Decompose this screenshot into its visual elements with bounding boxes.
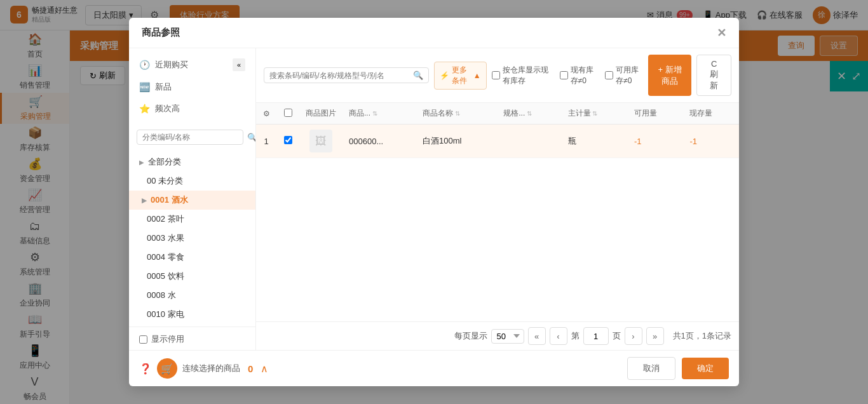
table-header-row: ⚙ 商品图片 商品... 商品名称 规格... 主计量 可用量 <box>256 103 739 125</box>
recent-buy-item[interactable]: 🕐 近期购买 « <box>129 53 255 76</box>
filter-button[interactable]: ⚡ 更多条件 ▲ <box>434 62 487 90</box>
prev-page-button[interactable]: ‹ <box>550 327 567 345</box>
pagination: 每页显示 50 100 200 « ‹ 第 页 › » 共1页，1条记录 <box>256 321 739 350</box>
page-info: 共1页，1条记录 <box>673 330 731 342</box>
category-appliance[interactable]: 0010 家电 <box>129 305 255 324</box>
cancel-button[interactable]: 取消 <box>627 357 675 380</box>
category-search-input[interactable] <box>137 130 243 145</box>
category-fruit-label: 0003 水果 <box>147 232 184 244</box>
star-icon: ⭐ <box>139 104 150 114</box>
col-settings: ⚙ <box>256 103 276 125</box>
current-stock-filter-label[interactable]: 现有库存≠0 <box>560 65 598 86</box>
product-image: 🖼 <box>309 130 332 152</box>
page-number-input[interactable] <box>583 327 609 345</box>
product-unit-cell: 瓶 <box>562 125 628 158</box>
cart-label: 连续选择的商品 <box>182 363 240 374</box>
available-stock-filter-label[interactable]: 可用库存≠0 <box>605 65 643 86</box>
new-icon: 🆕 <box>139 82 150 92</box>
column-settings-icon[interactable]: ⚙ <box>263 109 270 118</box>
category-tree: ▶ 全部分类 00 未分类 ▶ 0001 酒水 0002 茶叶 0003 水果 <box>129 150 255 327</box>
high-freq-item[interactable]: ⭐ 频次高 <box>129 98 255 119</box>
modal-footer: ❓ 🛒 连续选择的商品 0 ∧ 取消 确定 <box>129 350 739 386</box>
search-bar: 🔍 ⚡ 更多条件 ▲ 按仓库显示现有库存 现 <box>256 48 739 103</box>
add-product-button[interactable]: + 新增商品 <box>648 55 691 96</box>
search-icon[interactable]: 🔍 <box>413 71 423 80</box>
cart-area: ❓ 🛒 连续选择的商品 0 ∧ <box>139 358 621 379</box>
col-unit[interactable]: 主计量 <box>562 103 628 125</box>
category-tea[interactable]: 0002 茶叶 <box>129 210 255 229</box>
page-size-label: 每页显示 <box>454 330 487 342</box>
col-stock: 现存量 <box>683 103 739 125</box>
last-page-button[interactable]: » <box>646 327 664 345</box>
product-spec-cell <box>497 125 561 158</box>
cart-count: 0 <box>248 363 253 374</box>
modal-overlay: 商品参照 ✕ 🕐 近期购买 « 🆕 新品 ⭐ 频次高 <box>0 0 868 404</box>
filter-chevron-icon: ▲ <box>473 71 481 80</box>
recent-buy-label: 近期购买 <box>155 59 188 71</box>
category-search: 🔍 <box>129 125 255 150</box>
category-liquor[interactable]: ▶ 0001 酒水 <box>129 191 255 210</box>
arrow-right-icon: ▶ <box>139 159 144 166</box>
filter-icon: ⚡ <box>440 71 449 80</box>
row-checkbox[interactable] <box>284 136 292 144</box>
product-code-cell: 000600... <box>342 125 416 158</box>
arrow-right-active-icon: ▶ <box>142 197 147 204</box>
col-code[interactable]: 商品... <box>342 103 416 125</box>
table-row[interactable]: 1 🖼 000600... 白酒100ml <box>256 125 739 158</box>
category-fruit[interactable]: 0003 水果 <box>129 229 255 248</box>
warehouse-filter-checkbox[interactable] <box>492 71 500 79</box>
page-label: 第 <box>571 330 580 342</box>
page-size-wrap: 每页显示 50 100 200 <box>454 329 524 344</box>
row-index: 1 <box>256 125 276 158</box>
category-appliance-label: 0010 家电 <box>147 309 184 320</box>
product-search-input[interactable] <box>269 71 409 80</box>
page-unit: 页 <box>613 330 621 342</box>
col-image: 商品图片 <box>299 103 342 125</box>
refresh-modal-button[interactable]: C 刷新 <box>696 55 731 96</box>
category-water[interactable]: 0008 水 <box>129 286 255 305</box>
select-all-checkbox[interactable] <box>284 109 292 117</box>
search-input-wrap: 🔍 <box>264 67 429 83</box>
toolbar-right: + 新增商品 C 刷新 <box>648 55 731 96</box>
modal-title: 商品参照 <box>142 27 180 39</box>
category-all-label: 全部分类 <box>148 156 181 168</box>
image-icon: 🖼 <box>315 135 327 148</box>
category-search-icon[interactable]: 🔍 <box>247 133 256 142</box>
category-drink[interactable]: 0005 饮料 <box>129 267 255 286</box>
product-image-cell: 🖼 <box>299 125 342 158</box>
row-checkbox-cell <box>276 125 299 158</box>
clock-icon: 🕐 <box>139 60 150 70</box>
col-name[interactable]: 商品名称 <box>416 103 497 125</box>
modal-header: 商品参照 ✕ <box>129 18 739 48</box>
product-available-cell: -1 <box>628 125 684 158</box>
modal-right-panel: 🔍 ⚡ 更多条件 ▲ 按仓库显示现有库存 现 <box>256 48 739 350</box>
product-table-wrap: ⚙ 商品图片 商品... 商品名称 规格... 主计量 可用量 <box>256 103 739 321</box>
category-uncategorized[interactable]: 00 未分类 <box>129 172 255 191</box>
category-water-label: 0008 水 <box>147 290 176 301</box>
show-disabled-checkbox[interactable] <box>139 335 147 344</box>
category-snack-label: 0004 零食 <box>147 252 184 263</box>
help-icon[interactable]: ❓ <box>139 363 152 375</box>
warehouse-filter-label[interactable]: 按仓库显示现有库存 <box>492 65 552 86</box>
show-disabled-label[interactable]: 显示停用 <box>151 333 184 345</box>
col-spec[interactable]: 规格... <box>497 103 561 125</box>
category-drink-label: 0005 饮料 <box>147 271 184 282</box>
collapse-cart-icon[interactable]: ∧ <box>261 363 268 375</box>
available-stock-filter-checkbox[interactable] <box>605 71 613 79</box>
cart-icon: 🛒 <box>157 358 177 379</box>
new-product-label: 新品 <box>155 81 172 93</box>
new-product-item[interactable]: 🆕 新品 <box>129 76 255 98</box>
product-table: ⚙ 商品图片 商品... 商品名称 规格... 主计量 可用量 <box>256 103 739 158</box>
confirm-button[interactable]: 确定 <box>682 358 729 379</box>
product-stock-cell: -1 <box>683 125 739 158</box>
col-available: 可用量 <box>628 103 684 125</box>
current-stock-filter-checkbox[interactable] <box>560 71 568 79</box>
category-snack[interactable]: 0004 零食 <box>129 248 255 267</box>
category-liquor-label: 0001 酒水 <box>151 194 188 206</box>
page-size-select[interactable]: 50 100 200 <box>491 329 524 344</box>
collapse-left-button[interactable]: « <box>233 58 245 71</box>
next-page-button[interactable]: › <box>625 327 642 345</box>
category-all[interactable]: ▶ 全部分类 <box>129 152 255 172</box>
first-page-button[interactable]: « <box>528 327 546 345</box>
modal-close-button[interactable]: ✕ <box>717 27 726 39</box>
